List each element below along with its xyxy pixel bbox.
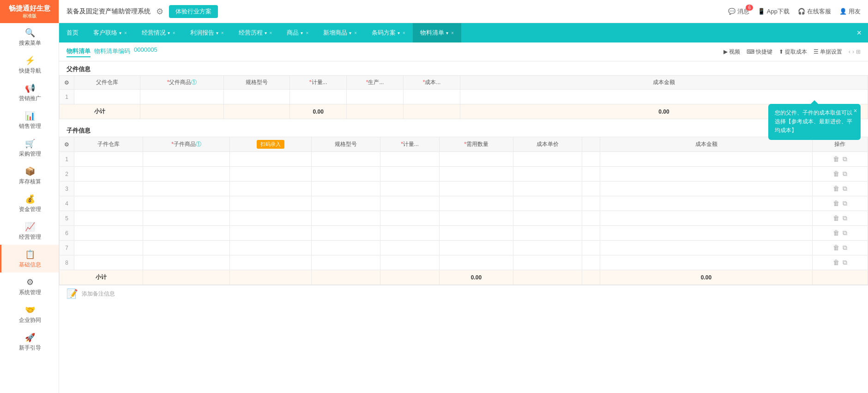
child-spec-cell[interactable] <box>311 181 380 196</box>
child-unit-cell[interactable] <box>380 196 440 211</box>
child-goods-cell[interactable] <box>143 226 230 241</box>
child-warehouse-cell[interactable] <box>74 211 143 226</box>
parent-goods-cell[interactable] <box>140 90 223 104</box>
child-goods-cell[interactable] <box>143 181 230 196</box>
close-icon[interactable]: × <box>221 30 224 36</box>
sidebar-item-quicknav[interactable]: ⚡ 快捷导航 <box>0 51 59 79</box>
delete-icon[interactable]: 🗑 <box>833 214 839 222</box>
tab-home[interactable]: 首页 <box>59 23 86 42</box>
tab-barcode[interactable]: 条码方案 ▾ × <box>364 23 413 42</box>
close-icon[interactable]: × <box>354 30 357 36</box>
child-goods-cell[interactable] <box>143 241 230 255</box>
child-unit-cost-cell[interactable] <box>513 241 582 255</box>
trial-button[interactable]: 体验行业方案 <box>169 5 218 18</box>
child-warehouse-cell[interactable] <box>74 167 143 181</box>
close-icon[interactable]: × <box>270 30 272 36</box>
child-unit-cell[interactable] <box>380 181 440 196</box>
child-warehouse-cell[interactable] <box>74 152 143 167</box>
child-spec-cell[interactable] <box>311 211 380 226</box>
child-goods-cell[interactable] <box>143 196 230 211</box>
child-qty-cell[interactable] <box>439 241 513 255</box>
child-unit-cell[interactable] <box>380 226 440 241</box>
parent-spec-cell[interactable] <box>223 90 289 104</box>
child-goods-cell[interactable] <box>143 167 230 181</box>
sidebar-item-finance[interactable]: 💰 资金管理 <box>0 189 59 217</box>
sidebar-item-inventory[interactable]: 📦 库存核算 <box>0 162 59 189</box>
child-qty-cell[interactable] <box>439 181 513 196</box>
child-spec-cell[interactable] <box>311 226 380 241</box>
tab-customer[interactable]: 客户联络 ▾ × <box>86 23 134 42</box>
child-unit-cost-cell[interactable] <box>513 196 582 211</box>
child-qty-cell[interactable] <box>439 167 513 181</box>
child-warehouse-cell[interactable] <box>74 181 143 196</box>
single-settings-btn[interactable]: ☰ 单据设置 <box>814 48 842 56</box>
settings-button[interactable]: ⚙ <box>156 6 163 17</box>
copy-icon[interactable]: ⧉ <box>843 170 847 177</box>
child-unit-cell[interactable] <box>380 211 440 226</box>
delete-icon[interactable]: 🗑 <box>833 200 839 207</box>
sidebar-item-purchase[interactable]: 🛒 采购管理 <box>0 134 59 162</box>
child-spec-cell[interactable] <box>311 196 380 211</box>
sub-tab-code[interactable]: 物料清单编码 <box>94 46 130 57</box>
delete-icon[interactable]: 🗑 <box>833 170 839 177</box>
child-warehouse-cell[interactable] <box>74 196 143 211</box>
child-unit-cell[interactable] <box>380 241 440 255</box>
copy-icon[interactable]: ⧉ <box>843 185 847 192</box>
close-icon[interactable]: × <box>403 30 405 36</box>
copy-icon[interactable]: ⧉ <box>843 244 847 251</box>
parent-production-cell[interactable] <box>347 90 404 104</box>
child-warehouse-cell[interactable] <box>74 255 143 270</box>
delete-icon[interactable]: 🗑 <box>833 259 839 266</box>
sidebar-item-basic-info[interactable]: 📋 基础信息 <box>0 245 59 272</box>
expand-icon[interactable]: ⊞ <box>856 48 861 55</box>
copy-icon[interactable]: ⧉ <box>843 200 847 207</box>
sidebar-item-operations[interactable]: 📈 经营管理 <box>0 217 59 245</box>
copy-icon[interactable]: ⧉ <box>843 259 847 266</box>
child-unit-cell[interactable] <box>380 152 440 167</box>
child-qty-cell[interactable] <box>439 211 513 226</box>
delete-icon[interactable]: 🗑 <box>833 229 839 236</box>
child-warehouse-cell[interactable] <box>74 226 143 241</box>
sub-tab-bom[interactable]: 物料清单 <box>66 46 90 57</box>
scan-button[interactable]: 扫码录入 <box>257 140 284 149</box>
copy-icon[interactable]: ⧉ <box>843 155 847 163</box>
sidebar-item-system[interactable]: ⚙ 系统管理 <box>0 272 59 300</box>
parent-warehouse-cell[interactable] <box>74 90 140 104</box>
child-goods-cell[interactable] <box>143 152 230 167</box>
tab-goods[interactable]: 商品 ▾ × <box>279 23 316 42</box>
extract-cost-btn[interactable]: ⬆ 提取成本 <box>779 48 807 56</box>
child-qty-cell[interactable] <box>439 152 513 167</box>
close-icon[interactable]: × <box>451 30 454 36</box>
child-unit-cost-cell[interactable] <box>513 211 582 226</box>
child-unit-cell[interactable] <box>380 255 440 270</box>
delete-icon[interactable]: 🗑 <box>833 244 839 251</box>
view-btn[interactable]: ▶ 视频 <box>723 48 740 56</box>
delete-icon[interactable]: 🗑 <box>833 185 839 192</box>
user-btn[interactable]: 👤 用友 <box>839 7 861 16</box>
tab-history[interactable]: 经营历程 ▾ × <box>231 23 280 42</box>
app-download-btn[interactable]: 📱 App下载 <box>758 7 790 16</box>
child-goods-cell[interactable] <box>143 211 230 226</box>
child-spec-cell[interactable] <box>311 167 380 181</box>
shortcut-btn[interactable]: ⌨ 快捷键 <box>747 48 772 56</box>
messages-btn[interactable]: 💬 消息 6 <box>728 7 749 16</box>
child-unit-cost-cell[interactable] <box>513 152 582 167</box>
copy-icon[interactable]: ⧉ <box>843 214 847 222</box>
delete-icon[interactable]: 🗑 <box>833 155 839 163</box>
tab-profit[interactable]: 利润报告 ▾ × <box>183 23 231 42</box>
child-warehouse-cell[interactable] <box>74 241 143 255</box>
tooltip-close-btn[interactable]: × <box>854 107 857 115</box>
child-goods-cell[interactable] <box>143 255 230 270</box>
sidebar-item-search[interactable]: 🔍 搜索菜单 <box>0 23 59 51</box>
child-spec-cell[interactable] <box>311 241 380 255</box>
parent-cost-cell[interactable] <box>404 90 460 104</box>
sidebar-item-marketing[interactable]: 📢 营销推广 <box>0 79 59 106</box>
tab-operations[interactable]: 经营情况 ▾ × <box>134 23 183 42</box>
child-unit-cost-cell[interactable] <box>513 255 582 270</box>
child-qty-cell[interactable] <box>439 226 513 241</box>
child-qty-cell[interactable] <box>439 255 513 270</box>
child-spec-cell[interactable] <box>311 255 380 270</box>
nav-close-icon[interactable]: × <box>854 28 864 38</box>
nav-prev-icon[interactable]: ‹ <box>849 48 850 55</box>
child-unit-cost-cell[interactable] <box>513 181 582 196</box>
